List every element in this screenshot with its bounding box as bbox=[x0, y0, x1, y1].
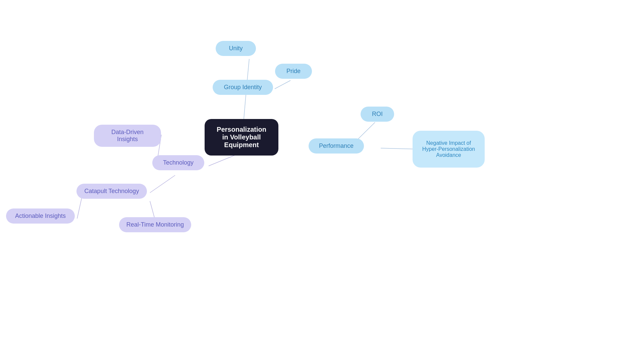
unity-node: Unity bbox=[216, 41, 256, 56]
data-driven-insights-node: Data-Driven Insights bbox=[94, 125, 161, 147]
center-node: Personalization in Volleyball Equipment bbox=[205, 119, 278, 156]
group-identity-node: Group Identity bbox=[213, 80, 273, 95]
negative-impact-node: Negative Impact of Hyper-Personalization… bbox=[413, 131, 485, 168]
roi-node: ROI bbox=[361, 107, 394, 122]
catapult-technology-node: Catapult Technology bbox=[76, 184, 147, 199]
real-time-monitoring-node: Real-Time Monitoring bbox=[119, 217, 191, 232]
technology-node: Technology bbox=[152, 155, 204, 170]
svg-line-8 bbox=[150, 175, 175, 193]
performance-node: Performance bbox=[309, 138, 364, 154]
actionable-insights-node: Actionable Insights bbox=[6, 208, 75, 224]
svg-line-2 bbox=[275, 80, 290, 89]
pride-node: Pride bbox=[275, 64, 312, 79]
